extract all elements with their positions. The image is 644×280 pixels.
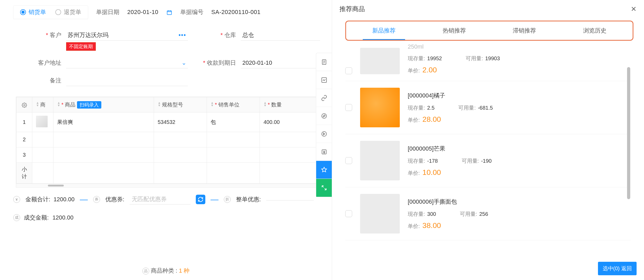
warehouse-input[interactable]: 总仓 — [241, 30, 320, 41]
tab-hot[interactable]: 热销推荐 — [419, 22, 489, 39]
yen-icon: ¥ — [13, 196, 20, 203]
expand-icon[interactable] — [316, 179, 332, 197]
cell-qty[interactable]: 400.00 — [260, 113, 321, 132]
period-badge: 不固定账期 — [66, 42, 96, 51]
customer-input[interactable]: 苏州万达沃尔玛 ••• — [66, 30, 188, 41]
stock-value: 2.5 — [427, 105, 435, 111]
radio-icon — [20, 9, 26, 15]
tab-new[interactable]: 新品推荐 — [349, 22, 419, 39]
recommend-panel: 推荐商品 ✕ 新品推荐 热销推荐 滞销推荐 浏览历史 250ml 现存量:199… — [332, 0, 644, 280]
doc-date-value[interactable]: 2020-01-10 — [127, 9, 158, 16]
radio-icon — [55, 9, 61, 15]
kinds-suffix: 种 — [184, 267, 189, 274]
warehouse-label: 仓库 — [188, 30, 241, 39]
deal-label: 成交金额: — [24, 214, 49, 222]
doc-header: 销货单 退货单 单据日期 2020-01-10 单据编号 SA-20200110… — [0, 0, 329, 23]
cell-spec[interactable]: 534532 — [154, 113, 207, 132]
vertical-scrollbar[interactable] — [627, 67, 630, 199]
item-checkbox[interactable] — [345, 67, 352, 74]
order-type-tabs: 销货单 退货单 — [13, 5, 88, 19]
calendar-icon[interactable] — [166, 9, 172, 16]
deal-icon: 成 — [13, 214, 20, 221]
table-row[interactable]: 1 果倍爽 534532 包 400.00 — [16, 113, 321, 132]
col-spec[interactable]: ▲▼规格型号 — [154, 97, 207, 113]
svg-point-5 — [322, 132, 326, 136]
selected-return-button[interactable]: 选中(0) 返回 — [598, 262, 637, 275]
doc-no-label: 单据编号 — [180, 8, 203, 16]
close-icon[interactable]: ✕ — [631, 5, 637, 13]
amount-label: 金额合计: — [25, 195, 50, 203]
coupon-label: 优惠券: — [105, 195, 124, 203]
col-qty[interactable]: ▲▼数量 — [260, 97, 321, 113]
table-row[interactable]: 3 — [16, 147, 321, 163]
stock-value: -178 — [427, 158, 438, 164]
refresh-button[interactable] — [196, 195, 205, 204]
address-input[interactable]: ⌄ — [66, 57, 188, 68]
minus-icon: — — [211, 195, 219, 204]
price-value: 38.00 — [423, 221, 441, 230]
side-toolbar — [316, 53, 332, 197]
item-title: [0000006]手撕面包 — [408, 198, 631, 206]
customer-value: 苏州万达沃尔玛 — [68, 31, 108, 39]
price-value: 10.00 — [423, 168, 441, 176]
cell-unit[interactable]: 包 — [207, 113, 260, 132]
swap-icon[interactable] — [316, 107, 332, 125]
deal-row: 成 成交金额: 1200.00 — [0, 211, 329, 230]
settings-column[interactable] — [16, 97, 32, 113]
tab-sales-label: 销货单 — [29, 8, 46, 16]
doc-no-value: SA-20200110-001 — [211, 9, 261, 16]
table-row[interactable]: 2 — [16, 132, 321, 147]
coupon-input[interactable]: 无匹配优惠券 — [130, 194, 191, 204]
item-checkbox[interactable] — [345, 210, 352, 217]
product-image — [360, 88, 400, 127]
svg-rect-0 — [167, 11, 171, 15]
col-image[interactable]: ▲▼商 — [32, 97, 53, 113]
panel-title: 推荐商品 — [339, 5, 365, 13]
amount-value: 1200.00 — [53, 196, 75, 203]
tab-sales-order[interactable]: 销货单 — [20, 8, 46, 16]
item-checkbox[interactable] — [345, 157, 352, 164]
star-icon[interactable] — [316, 161, 332, 179]
address-label: 客户地址 — [13, 57, 66, 67]
deal-value: 1200.00 — [52, 214, 74, 221]
chart-icon[interactable] — [316, 71, 332, 89]
svg-point-1 — [24, 104, 25, 106]
scan-entry-button[interactable]: 扫码录入 — [77, 101, 101, 109]
whole-discount-input[interactable] — [266, 198, 314, 200]
chevron-down-icon: ⌄ — [182, 59, 186, 66]
minus-icon: — — [80, 195, 88, 204]
bookmark-icon[interactable] — [316, 125, 332, 143]
line-items-table: ▲▼商 ▲▼商品扫码录入 ▲▼规格型号 ▲▼销售单位 ▲▼数量 1 果倍爽 53… — [16, 97, 321, 188]
tab-history[interactable]: 浏览历史 — [560, 22, 630, 39]
col-product[interactable]: ▲▼商品扫码录入 — [53, 97, 154, 113]
currency-icon[interactable] — [316, 143, 332, 161]
totals-row: ¥ 金额合计: 1200.00 — 券 优惠券: 无匹配优惠券 — 折 整单优惠… — [0, 188, 329, 211]
item-title: [0000005]芒果 — [408, 145, 631, 153]
more-icon[interactable]: ••• — [179, 32, 186, 39]
svg-point-4 — [322, 114, 326, 118]
price-value: 28.00 — [423, 115, 441, 123]
warehouse-value: 总仓 — [242, 31, 254, 39]
link-icon[interactable] — [316, 89, 332, 107]
duedate-input[interactable]: 2020-01-10 — [241, 57, 320, 68]
subtotal-label: 小计 — [16, 163, 32, 184]
customer-label: 客户 — [13, 30, 66, 39]
price-value: 2.00 — [423, 66, 437, 74]
list-item: 250ml 现存量:19952 可用量:19903 单价:2.00 — [345, 43, 631, 81]
stock-value: 300 — [427, 211, 436, 217]
avail-value: -190 — [481, 158, 492, 164]
notes-icon[interactable] — [316, 53, 332, 71]
tab-slow[interactable]: 滞销推荐 — [489, 22, 560, 39]
doc-date-label: 单据日期 — [96, 8, 119, 16]
product-thumb — [36, 116, 48, 127]
horizontal-scrollbar[interactable] — [16, 184, 321, 187]
remark-label: 备注 — [13, 75, 66, 85]
remark-input[interactable] — [66, 75, 188, 86]
item-title: [0000004]橘子 — [408, 92, 631, 100]
tab-return-order[interactable]: 退货单 — [55, 8, 81, 16]
col-unit[interactable]: ▲▼销售单位 — [207, 97, 260, 113]
item-checkbox[interactable] — [345, 104, 352, 111]
avail-value: 256 — [479, 211, 488, 217]
cell-product[interactable]: 果倍爽 — [53, 113, 154, 132]
product-image — [360, 48, 400, 74]
